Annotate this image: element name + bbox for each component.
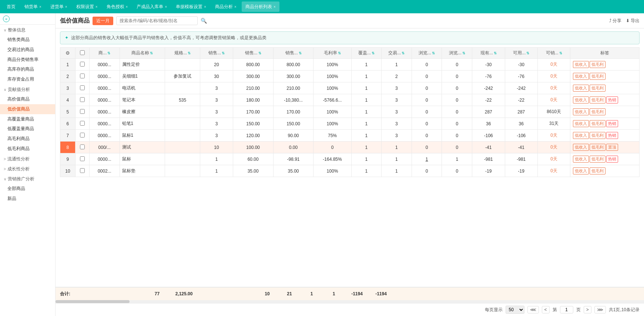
sidebar-item-high-profit[interactable]: 高毛利商品	[0, 134, 55, 144]
row-checkbox-cell[interactable]	[75, 130, 89, 142]
row-browse1[interactable]: 0	[412, 71, 442, 82]
row-browse1[interactable]: 0	[412, 82, 442, 94]
row-checkbox-cell[interactable]	[75, 71, 89, 82]
row-name[interactable]: 鼠标1	[120, 130, 165, 142]
sort-sale1-icon[interactable]: ⇅	[258, 51, 261, 55]
nav-sales[interactable]: 销货单 ×	[21, 1, 45, 12]
page-number-input[interactable]	[560, 306, 573, 313]
row-checkbox[interactable]	[80, 85, 85, 90]
row-checkbox-cell[interactable]	[75, 165, 89, 177]
sidebar-item-high-coverage[interactable]: 高覆盖量商品	[0, 114, 55, 124]
row-name[interactable]: 鼠标垫	[120, 165, 165, 177]
sidebar-item-traded-goods[interactable]: 交易过的商品	[0, 45, 55, 55]
sidebar-group-contribution[interactable]: ∨ 贡献值分析	[0, 84, 55, 94]
sidebar-item-category-sales[interactable]: 商品分类销售率	[0, 55, 55, 65]
row-browse1[interactable]: 0	[412, 130, 442, 142]
row-name[interactable]: 笔记本	[120, 94, 165, 106]
row-name[interactable]: 测试	[120, 142, 165, 153]
row-name[interactable]: 铅笔1	[120, 118, 165, 130]
export-button[interactable]: ⬇ 导出	[626, 18, 640, 24]
sidebar-item-low-profit[interactable]: 低毛利商品	[0, 144, 55, 154]
sort-gross-icon[interactable]: ⇅	[338, 51, 341, 55]
sidebar-group-overview[interactable]: ∨ 整体信息	[0, 25, 55, 35]
sidebar-group-growth[interactable]: > 成长性分析	[0, 164, 55, 174]
scrollbar-thumb[interactable]	[56, 300, 130, 303]
row-checkbox-cell[interactable]	[75, 153, 89, 165]
sort-usable-icon[interactable]: ⇅	[526, 51, 529, 55]
row-checkbox[interactable]	[80, 133, 85, 137]
row-checkbox[interactable]	[80, 156, 85, 161]
horizontal-scrollbar[interactable]	[56, 300, 644, 303]
row-checkbox-cell[interactable]	[75, 94, 89, 106]
row-browse1[interactable]: 0	[412, 118, 442, 130]
row-checkbox-cell[interactable]	[75, 59, 89, 71]
row-checkbox[interactable]	[80, 121, 85, 126]
nav-permissions[interactable]: 权限设置 ×	[73, 1, 101, 12]
search-input[interactable]	[116, 16, 198, 25]
nav-close-permissions[interactable]: ×	[95, 5, 98, 9]
row-browse1[interactable]: 1	[412, 153, 442, 165]
row-checkbox[interactable]	[80, 97, 85, 102]
row-checkbox[interactable]	[80, 168, 85, 173]
nav-templates[interactable]: 单据模板设置 ×	[172, 1, 210, 12]
nav-close-roles[interactable]: ×	[126, 5, 128, 9]
sidebar-item-new-goods[interactable]: 新品	[0, 194, 55, 204]
row-checkbox[interactable]	[80, 109, 85, 114]
settings-icon[interactable]: ⚙	[66, 50, 70, 56]
sidebar-item-high-value[interactable]: 高价值商品	[0, 94, 55, 104]
share-button[interactable]: ⤴ 分享	[609, 18, 621, 24]
th-gear[interactable]: ⚙	[60, 48, 76, 59]
search-icon[interactable]: 🔍	[201, 18, 207, 24]
row-browse1[interactable]: 0	[412, 106, 442, 118]
sidebar-item-stock-capital[interactable]: 库存资金占用	[0, 74, 55, 84]
next-page-button[interactable]: >	[584, 306, 591, 313]
row-name[interactable]: 电话机	[120, 82, 165, 94]
nav-analysis[interactable]: 商品分析 ×	[211, 1, 240, 12]
prev-page-button[interactable]: <	[542, 306, 550, 313]
date-filter-button[interactable]: 近一月	[93, 17, 113, 25]
sidebar-item-high-stock[interactable]: 高库存的商品	[0, 64, 55, 74]
row-checkbox[interactable]	[80, 145, 85, 149]
nav-purchase[interactable]: 进货单 ×	[47, 1, 71, 12]
sort-current-icon[interactable]: ⇅	[494, 51, 497, 55]
row-browse1[interactable]: 0	[412, 59, 442, 71]
sort-sellable-icon[interactable]: ⇅	[559, 51, 562, 55]
sort-browse1-icon[interactable]: ⇅	[432, 51, 435, 55]
sidebar-collapse-btn[interactable]: «	[3, 16, 10, 22]
row-name[interactable]: 鼠标	[120, 153, 165, 165]
first-page-button[interactable]: ⋘	[527, 306, 539, 313]
nav-home[interactable]: 首页	[3, 1, 19, 12]
sidebar-item-low-coverage[interactable]: 低覆盖量商品	[0, 124, 55, 134]
sort-saleqty-icon[interactable]: ⇅	[222, 51, 225, 55]
row-name[interactable]: 属性定价	[120, 59, 165, 71]
nav-analysis-list[interactable]: 商品分析列表 ×	[242, 1, 279, 12]
row-checkbox-cell[interactable]	[75, 118, 89, 130]
nav-roles[interactable]: 角色授权 ×	[103, 1, 132, 12]
sort-cover-icon[interactable]: ⇅	[372, 51, 375, 55]
nav-close-templates[interactable]: ×	[204, 5, 206, 9]
row-checkbox[interactable]	[80, 62, 85, 67]
sort-code-icon[interactable]: ⇅	[107, 51, 110, 55]
nav-close-products[interactable]: ×	[165, 5, 167, 9]
row-name[interactable]: 橡皮擦	[120, 106, 165, 118]
sort-trade-icon[interactable]: ⇅	[402, 51, 405, 55]
sidebar-item-low-value[interactable]: 低价值商品	[0, 104, 55, 114]
row-browse1[interactable]: 0	[412, 165, 442, 177]
row-browse1[interactable]: 0	[412, 94, 442, 106]
sidebar-item-sales-goods[interactable]: 销售类商品	[0, 35, 55, 45]
nav-products[interactable]: 产成品入库单 ×	[133, 1, 171, 12]
row-checkbox-cell[interactable]	[75, 106, 89, 118]
sidebar-group-marketing[interactable]: ∨ 营销推广分析	[0, 174, 55, 184]
nav-close-sales[interactable]: ×	[39, 5, 41, 9]
nav-close-analysis-list[interactable]: ×	[274, 5, 276, 9]
sort-name-icon[interactable]: ⇅	[150, 51, 153, 55]
row-checkbox-cell[interactable]	[75, 142, 89, 153]
sidebar-group-liquidity[interactable]: > 流通性分析	[0, 154, 55, 164]
nav-close-purchase[interactable]: ×	[65, 5, 67, 9]
row-name[interactable]: 吴细细1	[120, 71, 165, 82]
per-page-select[interactable]: 50 10 20 100	[506, 306, 524, 314]
row-checkbox[interactable]	[80, 74, 85, 78]
sort-sale2-icon[interactable]: ⇅	[299, 51, 302, 55]
row-checkbox-cell[interactable]	[75, 82, 89, 94]
sidebar-item-all-goods[interactable]: 全部商品	[0, 184, 55, 194]
